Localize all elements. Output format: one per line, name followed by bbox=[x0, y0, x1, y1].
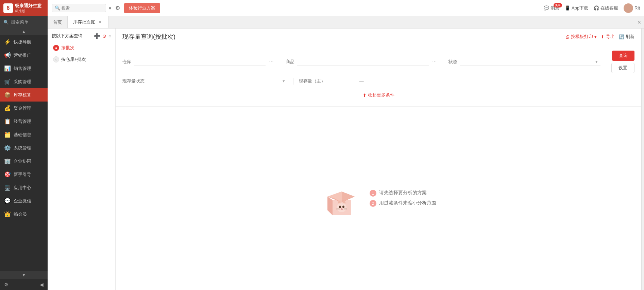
scheme-by-batch[interactable]: ● 按批次 bbox=[48, 42, 115, 54]
collapse-filters-btn[interactable]: ⬆ 收起更多条件 bbox=[122, 89, 634, 101]
sidebar-item-system[interactable]: ⚙️ 系统管理 bbox=[0, 141, 48, 155]
product-input[interactable] bbox=[297, 58, 429, 66]
print-btn[interactable]: 🖨 按模板打印 ▾ bbox=[565, 34, 597, 40]
tab-inventory-batch[interactable]: 库存批次账 ✕ bbox=[68, 16, 108, 28]
topbar-search-input[interactable] bbox=[62, 6, 96, 11]
trial-btn[interactable]: 体验行业方案 bbox=[124, 3, 160, 13]
stock-qty-max-input[interactable] bbox=[365, 78, 392, 84]
stock-qty-min-input[interactable] bbox=[331, 78, 358, 84]
scheme-by-warehouse-batch[interactable]: ○ 按仓库+批次 bbox=[48, 54, 115, 65]
sidebar-item-label: 资金管理 bbox=[14, 105, 31, 111]
sales-icon: 📊 bbox=[4, 65, 11, 72]
topbar-search-box[interactable]: 🔍 bbox=[52, 4, 106, 12]
tab-inventory-batch-label: 库存批次账 bbox=[73, 19, 95, 25]
warehouse-dots-btn[interactable]: ··· bbox=[268, 58, 274, 66]
sidebar-scroll-down[interactable]: ▼ bbox=[0, 271, 48, 279]
inventory-icon: 📦 bbox=[4, 92, 11, 98]
sidebar-item-new-guide[interactable]: 🎯 新手引导 bbox=[0, 168, 48, 181]
main-content: 🔍 ▾ ⚙ 体验行业方案 💬 消息 99+ 📱 App下载 🎧 在线客服 Rit bbox=[48, 0, 644, 290]
export-icon: ⬆ bbox=[601, 34, 605, 39]
messages-badge: 99+ bbox=[554, 3, 562, 7]
product-dots-btn[interactable]: ··· bbox=[431, 58, 437, 66]
stock-qty-filter-group: 现存量（主） — bbox=[299, 77, 464, 85]
sidebar-item-purchase[interactable]: 🛒 采购管理 bbox=[0, 75, 48, 88]
sidebar-item-app-center[interactable]: 🖥️ 应用中心 bbox=[0, 181, 48, 194]
refresh-btn[interactable]: 🔄 刷新 bbox=[619, 34, 634, 40]
sidebar-item-quick-nav[interactable]: ⚡ 快捷导航 bbox=[0, 35, 48, 49]
sidebar-settings-btn[interactable]: ⚙ bbox=[4, 282, 9, 287]
scheme-by-batch-label: 按批次 bbox=[61, 45, 74, 51]
settings-scheme-btn[interactable]: ⊙ bbox=[102, 33, 106, 39]
product-filter-group: 商品 ··· bbox=[286, 58, 438, 66]
username: Rit bbox=[634, 5, 640, 11]
tab-home-label: 首页 bbox=[53, 19, 62, 25]
app-download-btn[interactable]: 📱 App下载 bbox=[565, 5, 588, 11]
sidebar-item-inventory[interactable]: 📦 库存核算 bbox=[0, 88, 48, 102]
sidebar-item-member[interactable]: 👑 畅会员 bbox=[0, 207, 48, 221]
sidebar-item-operations[interactable]: 📋 经营管理 bbox=[0, 115, 48, 128]
export-btn[interactable]: ⬆ 导出 bbox=[601, 34, 615, 40]
filter-settings-btn[interactable]: 设置 bbox=[611, 63, 634, 73]
scheme-active-icon: ● bbox=[53, 45, 59, 51]
tip-1-text: 请先选择要分析的方案 bbox=[379, 190, 427, 196]
app-title: 畅康通好生意 bbox=[15, 3, 41, 9]
page-title: 现存量查询(按批次) bbox=[122, 33, 175, 41]
add-scheme-btn[interactable]: ➕ bbox=[94, 33, 100, 39]
svg-marker-2 bbox=[327, 197, 333, 215]
topbar-settings-btn[interactable]: ⚙ bbox=[114, 3, 121, 13]
stock-status-select[interactable]: ▾ bbox=[147, 77, 288, 85]
sidebar-item-label: 企业微信 bbox=[14, 198, 31, 204]
scheme-panel-actions: ➕ ⊙ « bbox=[94, 33, 111, 39]
scheme-inactive-icon: ○ bbox=[53, 56, 59, 62]
sidebar-item-enterprise[interactable]: 🏢 企业协同 bbox=[0, 155, 48, 168]
filter-area: 仓库 ··· 商品 ··· 状态 bbox=[116, 45, 641, 107]
purchase-icon: 🛒 bbox=[4, 78, 11, 85]
tab-home[interactable]: 首页 bbox=[48, 16, 68, 28]
status-select[interactable]: ▾ bbox=[460, 58, 600, 66]
wechat-icon: 💬 bbox=[4, 198, 11, 204]
sidebar-item-finance[interactable]: 💰 资金管理 bbox=[0, 102, 48, 115]
sidebar-item-label: 企业协同 bbox=[14, 158, 31, 164]
sidebar-item-sales[interactable]: 📊 销售管理 bbox=[0, 62, 48, 75]
stock-qty-range: — bbox=[328, 77, 464, 85]
sidebar-item-marketing[interactable]: 📢 营销推广 bbox=[0, 49, 48, 62]
empty-tip-1: 1 请先选择要分析的方案 bbox=[370, 190, 436, 197]
collapse-scheme-panel-btn[interactable]: « bbox=[108, 33, 111, 39]
system-icon: ⚙️ bbox=[4, 145, 11, 151]
warehouse-input[interactable] bbox=[134, 58, 266, 66]
sidebar-search[interactable]: 🔍 搜索菜单 bbox=[0, 16, 48, 28]
online-service-label: 在线客服 bbox=[600, 5, 618, 11]
user-profile-btn[interactable]: Rit bbox=[624, 3, 640, 13]
sidebar-item-wechat[interactable]: 💬 企业微信 bbox=[0, 194, 48, 207]
action-bar: 查询 设置 bbox=[611, 51, 634, 73]
tabbar-close-all-btn[interactable]: ✕ bbox=[637, 20, 641, 25]
headset-icon: 🎧 bbox=[594, 5, 599, 11]
sidebar-collapse-btn[interactable]: ◀ bbox=[40, 282, 44, 287]
right-scrollbar[interactable] bbox=[641, 29, 644, 290]
download-icon: 📱 bbox=[565, 5, 570, 11]
online-service-btn[interactable]: 🎧 在线客服 bbox=[594, 5, 618, 11]
stock-status-filter-group: 现存量状态 ▾ bbox=[122, 77, 288, 85]
stock-status-dropdown-icon: ▾ bbox=[283, 78, 285, 84]
app-center-icon: 🖥️ bbox=[4, 184, 11, 191]
sidebar-item-label: 库存核算 bbox=[14, 92, 31, 98]
filter-row-1: 仓库 ··· 商品 ··· 状态 bbox=[122, 51, 634, 73]
query-btn[interactable]: 查询 bbox=[612, 51, 634, 61]
search-icon: 🔍 bbox=[3, 20, 9, 25]
topbar-search-dropdown[interactable]: ▾ bbox=[109, 5, 111, 11]
messages-btn[interactable]: 💬 消息 99+ bbox=[544, 5, 559, 11]
basic-info-icon: 🗂️ bbox=[4, 131, 11, 138]
stock-qty-label: 现存量（主） bbox=[299, 78, 325, 84]
marketing-icon: 📢 bbox=[4, 52, 11, 58]
right-panel: 现存量查询(按批次) 🖨 按模板打印 ▾ ⬆ 导出 🔄 刷新 bbox=[116, 29, 641, 290]
operations-icon: 📋 bbox=[4, 118, 11, 125]
sidebar-item-label: 畅会员 bbox=[14, 211, 27, 217]
sidebar-item-basic-info[interactable]: 🗂️ 基础信息 bbox=[0, 128, 48, 141]
tab-close-btn[interactable]: ✕ bbox=[97, 19, 103, 25]
print-icon: 🖨 bbox=[565, 34, 570, 39]
sidebar-nav: ⚡ 快捷导航 📢 营销推广 📊 销售管理 🛒 采购管理 📦 库存核算 💰 资金管… bbox=[0, 35, 48, 271]
scheme-by-warehouse-batch-label: 按仓库+批次 bbox=[61, 56, 86, 62]
app-edition: 标准版 bbox=[15, 9, 41, 13]
sidebar-scroll-up[interactable]: ▲ bbox=[0, 28, 48, 35]
svg-point-10 bbox=[341, 208, 342, 209]
